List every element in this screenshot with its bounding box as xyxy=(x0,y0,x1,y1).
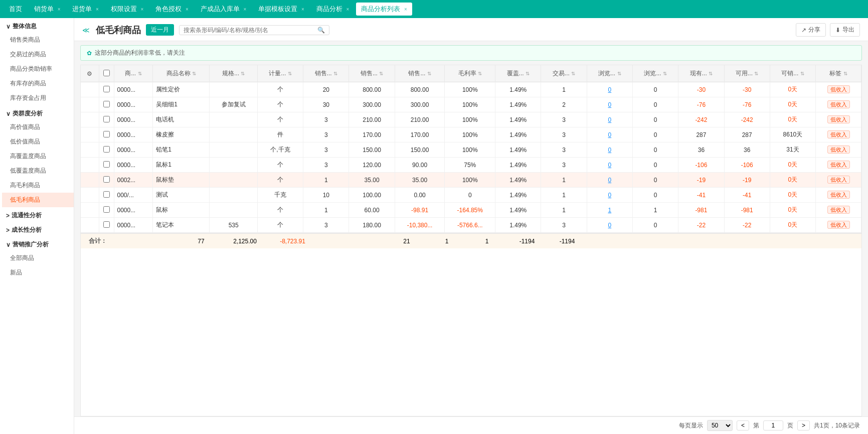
col-unit[interactable]: 计量... ⇅ xyxy=(257,65,303,82)
row-sales-qty: 3 xyxy=(303,142,349,158)
nav-item-sales[interactable]: 销货单 × xyxy=(29,3,65,16)
total-spacer1 xyxy=(316,238,352,245)
col-view2[interactable]: 浏览... ⇅ xyxy=(632,65,678,82)
next-page-btn[interactable]: > xyxy=(797,420,810,430)
row-unit: 个 xyxy=(257,203,303,218)
col-settings[interactable]: ⚙ xyxy=(81,65,99,82)
row-name: 笔记本 xyxy=(153,218,210,233)
row-sales-qty: 3 xyxy=(303,127,349,142)
col-sales-profit[interactable]: 销售... ⇅ xyxy=(395,65,445,82)
row-checkbox[interactable] xyxy=(99,158,114,173)
row-tag: 低收入 xyxy=(816,173,861,188)
row-code: 0000... xyxy=(114,97,153,112)
row-name: 鼠标1 xyxy=(153,158,210,173)
sidebar-group-title-flow[interactable]: > 流通性分析 xyxy=(0,207,74,222)
row-unit: 千克 xyxy=(257,188,303,203)
date-filter-button[interactable]: 近一月 xyxy=(146,24,174,36)
col-code[interactable]: 商... ⇅ xyxy=(114,65,153,82)
row-checkbox[interactable] xyxy=(99,188,114,203)
per-page-select[interactable]: 50 20 100 xyxy=(707,420,733,431)
row-checkbox[interactable] xyxy=(99,82,114,97)
sidebar-group-title-growth[interactable]: > 成长性分析 xyxy=(0,222,74,236)
col-view1[interactable]: 浏览... ⇅ xyxy=(587,65,632,82)
col-stock-saleable[interactable]: 可销... ⇅ xyxy=(770,65,815,82)
row-coverage: 1.49% xyxy=(495,112,541,127)
search-input[interactable] xyxy=(184,27,315,34)
table-row: 0000... 鼠标 个 1 60.00 -98.91 -164.85% 1.4… xyxy=(81,203,861,218)
col-tag[interactable]: 标签 ⇅ xyxy=(816,65,861,82)
row-checkbox[interactable] xyxy=(99,97,114,112)
sidebar-item-high-value[interactable]: 高价值商品 xyxy=(2,120,74,134)
sidebar-item-category-rate[interactable]: 商品分类助销率 xyxy=(2,62,74,76)
col-checkbox[interactable] xyxy=(99,65,114,82)
row-view1[interactable]: 0 xyxy=(587,188,632,203)
share-button[interactable]: ↗ 分享 xyxy=(796,23,826,37)
row-view2: 0 xyxy=(632,142,678,158)
col-sales-price[interactable]: 销售... ⇅ xyxy=(349,65,395,82)
row-stock-saleable: 0天 xyxy=(770,158,815,173)
row-view1[interactable]: 0 xyxy=(587,142,632,158)
row-checkbox[interactable] xyxy=(99,112,114,127)
nav-item-purchase[interactable]: 进货单 × xyxy=(67,3,103,16)
nav-item-product-in[interactable]: 产成品入库单 × xyxy=(196,3,251,16)
table-row: 0000... 鼠标1 个 3 120.00 90.00 75% 1.49% 3… xyxy=(81,158,861,173)
row-view1[interactable]: 0 xyxy=(587,127,632,142)
row-stock-current: 287 xyxy=(678,127,724,142)
collapse-sidebar-btn[interactable]: ≪ xyxy=(82,26,90,34)
col-gross-margin[interactable]: 毛利率 ⇅ xyxy=(445,65,495,82)
row-view1[interactable]: 0 xyxy=(587,158,632,173)
sidebar-item-low-value[interactable]: 低价值商品 xyxy=(2,134,74,149)
sidebar-item-high-coverage[interactable]: 高覆盖度商品 xyxy=(2,149,74,164)
page-number-input[interactable] xyxy=(763,420,783,430)
col-sales-qty[interactable]: 销售... ⇅ xyxy=(303,65,349,82)
search-icon[interactable]: 🔍 xyxy=(317,27,325,34)
row-unit: 个,千克 xyxy=(257,142,303,158)
col-stock-current[interactable]: 现有... ⇅ xyxy=(678,65,724,82)
sidebar-item-stock-capital[interactable]: 库存资金占用 xyxy=(2,91,74,105)
row-unit: 个 xyxy=(257,158,303,173)
sidebar-group-title-marketing[interactable]: ∨ 营销推广分析 xyxy=(0,236,74,251)
sidebar-item-low-margin[interactable]: 低毛利商品 xyxy=(2,193,74,207)
prev-page-btn[interactable]: < xyxy=(737,420,749,430)
nav-item-role[interactable]: 角色授权 × xyxy=(150,3,193,16)
row-tag: 低收入 xyxy=(816,112,861,127)
sidebar-item-stock-goods[interactable]: 有库存的商品 xyxy=(2,76,74,91)
sidebar-item-all-goods[interactable]: 全部商品 xyxy=(2,251,74,265)
sidebar-item-low-coverage[interactable]: 低覆盖度商品 xyxy=(2,164,74,178)
row-checkbox[interactable] xyxy=(99,127,114,142)
sidebar-group-title-overall[interactable]: ∨ 整体信息 xyxy=(0,18,74,33)
nav-item-analysis[interactable]: 商品分析 × xyxy=(311,3,354,16)
export-button[interactable]: ⬇ 导出 xyxy=(830,23,860,37)
sidebar-group-cluster: ∨ 类群度分析 高价值商品 低价值商品 高覆盖度商品 低覆盖度商品 高毛利商品 … xyxy=(0,105,74,207)
row-view1[interactable]: 0 xyxy=(587,97,632,112)
row-view1[interactable]: 0 xyxy=(587,173,632,188)
row-view1[interactable]: 0 xyxy=(587,82,632,97)
nav-item-permission[interactable]: 权限设置 × xyxy=(106,3,148,16)
col-coverage[interactable]: 覆盖... ⇅ xyxy=(495,65,541,82)
col-trade[interactable]: 交易... ⇅ xyxy=(541,65,587,82)
row-view1[interactable]: 0 xyxy=(587,112,632,127)
sidebar-item-traded-goods[interactable]: 交易过的商品 xyxy=(2,47,74,62)
sidebar-group-title-cluster[interactable]: ∨ 类群度分析 xyxy=(0,105,74,120)
total-trade: 21 xyxy=(387,238,427,245)
app-root: 首页 销货单 × 进货单 × 权限设置 × 角色授权 × 产成品入库单 × 单据… xyxy=(0,0,868,434)
row-sales-profit: 150.00 xyxy=(395,142,445,158)
row-view1[interactable]: 1 xyxy=(587,203,632,218)
nav-item-analysis-list[interactable]: 商品分析列表 × xyxy=(356,3,412,16)
row-name: 属性定价 xyxy=(153,82,210,97)
nav-item-template[interactable]: 单据模板设置 × xyxy=(253,3,309,16)
select-all-checkbox[interactable] xyxy=(103,70,110,76)
sidebar-item-new-goods[interactable]: 新品 xyxy=(2,265,74,280)
row-checkbox[interactable] xyxy=(99,173,114,188)
row-checkbox[interactable] xyxy=(99,218,114,233)
nav-item-home[interactable]: 首页 xyxy=(4,3,27,16)
col-spec[interactable]: 规格... ⇅ xyxy=(210,65,257,82)
row-checkbox[interactable] xyxy=(99,142,114,158)
row-stock-available: -242 xyxy=(724,112,770,127)
col-stock-available[interactable]: 可用... ⇅ xyxy=(724,65,770,82)
sidebar-item-high-margin[interactable]: 高毛利商品 xyxy=(2,178,74,193)
col-name[interactable]: 商品名称 ⇅ xyxy=(153,65,210,82)
row-checkbox[interactable] xyxy=(99,203,114,218)
row-view1[interactable]: 0 xyxy=(587,218,632,233)
sidebar-item-sales-goods[interactable]: 销售类商品 xyxy=(2,33,74,47)
